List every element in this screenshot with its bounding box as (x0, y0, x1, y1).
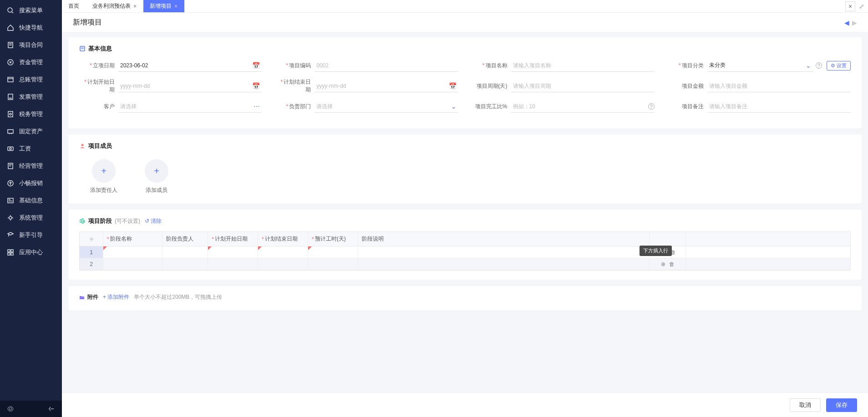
table-gear-button[interactable] (80, 232, 103, 246)
project-name-input[interactable] (511, 59, 655, 72)
expand-icon[interactable]: ⤢ (859, 3, 864, 10)
table-row[interactable]: 2 ⊕ 🗑 (80, 258, 850, 270)
svg-rect-20 (8, 198, 13, 203)
next-arrow-icon: ▶ (852, 19, 857, 26)
stage-name-cell[interactable] (103, 246, 162, 258)
plan-end-input[interactable] (315, 80, 458, 92)
cancel-button[interactable]: 取消 (790, 398, 821, 412)
sidebar-item-salary[interactable]: 工资 (0, 140, 62, 157)
remark-input[interactable] (707, 100, 851, 113)
add-attachment-link[interactable]: + 添加附件 (103, 293, 129, 301)
sidebar-item-baseinfo[interactable]: 基础信息 (0, 192, 62, 209)
stage-start-cell[interactable] (208, 246, 258, 258)
stage-end-cell[interactable] (258, 246, 308, 258)
section-icon (79, 45, 86, 52)
svg-rect-11 (8, 130, 13, 133)
close-icon[interactable]: × (133, 3, 137, 10)
cycle-input[interactable] (511, 80, 655, 92)
help-icon[interactable]: ? (816, 62, 822, 69)
amount-input[interactable] (707, 80, 851, 92)
clear-button[interactable]: ↺ 清除 (145, 217, 162, 225)
sidebar-item-search[interactable]: 搜索菜单 (0, 2, 62, 19)
sidebar-item-label: 新手引导 (19, 231, 43, 239)
sidebar-item-apps[interactable]: 应用中心 (0, 244, 62, 261)
sidebar-item-invoice[interactable]: 发票管理 (0, 88, 62, 106)
sidebar-item-funds[interactable]: 资金管理 (0, 54, 62, 71)
sidebar-item-tax[interactable]: 税务管理 (0, 106, 62, 123)
start-date-input[interactable] (118, 59, 262, 72)
svg-point-31 (81, 144, 84, 146)
svg-point-23 (9, 216, 12, 219)
invoice-icon (6, 93, 15, 101)
section-title: 项目成员 (88, 142, 112, 150)
stage-name-cell[interactable] (103, 258, 162, 270)
tab-home[interactable]: 首页 (62, 0, 86, 12)
field-project-name: *项目名称 (472, 59, 655, 72)
svg-point-0 (8, 8, 12, 12)
stage-end-cell[interactable] (258, 258, 308, 270)
delete-row-icon[interactable]: 🗑 (669, 261, 675, 267)
stage-owner-cell[interactable] (162, 246, 208, 258)
sidebar-item-system[interactable]: 系统管理 (0, 209, 62, 226)
svg-rect-14 (8, 147, 13, 151)
sidebar-item-ledger[interactable]: 总账管理 (0, 71, 62, 88)
customer-select[interactable] (118, 100, 262, 113)
gear-icon[interactable] (7, 406, 14, 412)
sidebar-item-label: 经营管理 (19, 162, 43, 170)
sidebar-item-label: 系统管理 (19, 214, 43, 222)
stages-icon (79, 218, 86, 224)
system-icon (6, 214, 15, 222)
folder-icon (79, 295, 85, 300)
sidebar-item-business[interactable]: 经营管理 (0, 157, 62, 175)
sidebar-item-label: 税务管理 (19, 110, 43, 118)
save-button[interactable]: 保存 (826, 398, 857, 412)
add-member-button[interactable]: + 添加成员 (145, 159, 168, 194)
settings-button[interactable]: ⚙设置 (827, 61, 851, 70)
project-category-select[interactable] (707, 59, 813, 72)
prev-arrow-icon[interactable]: ◀ (844, 19, 849, 26)
sidebar-item-label: 工资 (19, 145, 31, 153)
sidebar-item-asset[interactable]: 固定资产 (0, 123, 62, 140)
attachments-card: 附件 + 添加附件 单个大小不超过200MB，可拖拽上传 (68, 286, 862, 310)
stage-start-cell[interactable] (208, 258, 258, 270)
basic-info-card: 基本信息 *立项日期 📅 *项目编码 *项目名称 (68, 37, 862, 128)
sidebar-item-guide[interactable]: 新手引导 (0, 226, 62, 244)
field-dept: *负责部门 ⌄ (275, 100, 458, 113)
stage-desc-cell[interactable] (358, 258, 650, 270)
dept-select[interactable] (315, 100, 458, 113)
tabs-bar: 首页 业务利润预估表 × 新增项目 × × ⤢ (62, 0, 868, 13)
stage-desc-cell[interactable] (358, 246, 650, 258)
money-icon (6, 58, 15, 66)
doc-icon (6, 41, 15, 49)
sidebar-item-label: 搜索菜单 (19, 6, 43, 15)
tab-label: 业务利润预估表 (92, 2, 131, 10)
sidebar-item-label: 固定资产 (19, 127, 43, 136)
plan-start-input[interactable] (118, 80, 262, 92)
field-cycle: 项目周期(天) (472, 78, 655, 94)
close-icon[interactable]: × (174, 3, 178, 10)
progress-input[interactable] (511, 100, 655, 113)
search-icon (6, 6, 15, 15)
sidebar-item-contract[interactable]: 项目合同 (0, 36, 62, 54)
stage-hours-cell[interactable] (308, 246, 358, 258)
salary-icon (6, 145, 15, 153)
collapse-icon[interactable] (48, 406, 55, 412)
tab-profit[interactable]: 业务利润预估表 × (86, 0, 143, 12)
undo-icon: ↺ (145, 218, 151, 224)
stage-owner-cell[interactable] (162, 258, 208, 270)
stage-hours-cell[interactable] (308, 258, 358, 270)
table-row[interactable]: 1 ⊕ 🗑 下方插入行 (80, 246, 850, 258)
add-row-icon[interactable]: ⊕ (661, 261, 665, 267)
sidebar-item-label: 发票管理 (19, 93, 43, 101)
sidebar-item-label: 应用中心 (19, 248, 43, 256)
stages-table: *阶段名称 阶段负责人 *计划开始日期 *计划结束日期 *预计工时(天) 阶段说… (79, 231, 851, 271)
project-code-input[interactable] (315, 59, 458, 72)
sidebar-item-reimburse[interactable]: 小畅报销 (0, 175, 62, 192)
field-remark: 项目备注 (668, 100, 851, 113)
members-card: 项目成员 + 添加责任人 + 添加成员 (68, 135, 862, 203)
sidebar-item-nav[interactable]: 快捷导航 (0, 19, 62, 36)
tab-new-project[interactable]: 新增项目 × (143, 0, 184, 12)
svg-point-10 (10, 113, 11, 115)
close-all-button[interactable]: × (845, 1, 855, 11)
add-owner-button[interactable]: + 添加责任人 (90, 159, 117, 194)
